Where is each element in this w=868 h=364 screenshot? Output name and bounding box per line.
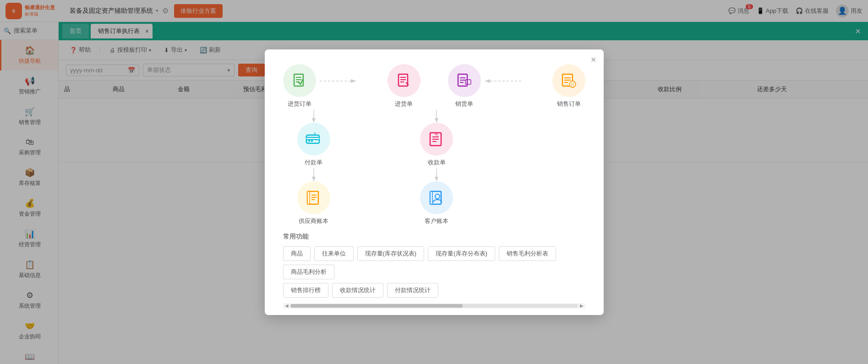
purchase-bill-label: 进货单 bbox=[395, 100, 413, 108]
svg-marker-17 bbox=[485, 79, 490, 83]
payment-circle: ¥ bbox=[297, 123, 330, 156]
func-btn-contacts[interactable]: 往来单位 bbox=[314, 246, 354, 261]
svg-point-34 bbox=[311, 140, 313, 142]
v-arrow-1 bbox=[297, 110, 330, 123]
scrollbar-thumb bbox=[290, 304, 463, 308]
svg-marker-26 bbox=[312, 118, 316, 123]
scrollbar-track[interactable] bbox=[290, 304, 578, 308]
sales-bill-circle bbox=[448, 64, 481, 97]
receipt-label: 收款单 bbox=[428, 158, 446, 167]
flow-node-supplier-book: 供应商账本 bbox=[297, 181, 330, 225]
flow-node-sales-bill: 销货单 bbox=[448, 64, 481, 108]
flow-node-purchase-order: 进货订单 bbox=[283, 64, 316, 108]
v-arrow-3 bbox=[297, 168, 330, 181]
receipt-circle: 收 bbox=[420, 123, 453, 156]
payment-label: 付款单 bbox=[305, 158, 322, 167]
purchase-order-label: 进货订单 bbox=[288, 100, 311, 108]
flow-node-sales-order: 订 销售订单 bbox=[552, 64, 585, 108]
arrow-purchase-to-bill bbox=[320, 78, 384, 84]
modal-close-button[interactable]: × bbox=[591, 55, 596, 64]
customer-book-circle bbox=[420, 181, 453, 214]
svg-text:收: 收 bbox=[435, 132, 438, 136]
svg-text:订: 订 bbox=[570, 82, 574, 87]
func-btn-sales-margin[interactable]: 销售毛利分析表 bbox=[499, 246, 556, 261]
svg-rect-46 bbox=[307, 191, 310, 204]
svg-point-33 bbox=[308, 140, 310, 142]
func-btn-stock-status[interactable]: 现存量(库存状况表) bbox=[357, 246, 425, 261]
flow-node-payment: ¥ 付款单 bbox=[297, 123, 330, 167]
arrow-sales-order-to-bill bbox=[485, 78, 549, 84]
func-buttons-row1: 商品 往来单位 现存量(库存状况表) 现存量(库存分布表) 销售毛利分析表 商品… bbox=[283, 246, 585, 279]
flow-modal: × 进货订单 bbox=[265, 49, 604, 315]
flow-node-customer-book: 客户账本 bbox=[420, 181, 453, 225]
func-buttons-row2: 销售排行榜 收款情况统计 付款情况统计 bbox=[283, 283, 585, 298]
svg-marker-28 bbox=[435, 118, 438, 123]
func-btn-product-margin[interactable]: 商品毛利分析 bbox=[283, 265, 334, 279]
svg-point-52 bbox=[435, 194, 440, 199]
v-arrow-4 bbox=[420, 168, 453, 181]
modal-scrollbar[interactable]: ◀ ▶ bbox=[283, 303, 585, 309]
common-func-title: 常用功能 bbox=[283, 233, 585, 241]
customer-book-label: 客户账本 bbox=[425, 217, 448, 225]
modal-overlay[interactable]: × 进货订单 bbox=[0, 0, 868, 364]
modal-body: 进货订单 进货单 bbox=[265, 49, 604, 315]
svg-marker-42 bbox=[312, 177, 316, 181]
scrollbar-right-arrow[interactable]: ▶ bbox=[580, 303, 584, 308]
func-btn-product[interactable]: 商品 bbox=[283, 246, 311, 261]
purchase-bill-circle bbox=[388, 64, 420, 97]
sales-bill-label: 销货单 bbox=[455, 100, 473, 108]
func-btn-receipt-stats[interactable]: 收款情况统计 bbox=[332, 283, 383, 298]
sales-order-circle: 订 bbox=[552, 64, 585, 97]
svg-text:¥: ¥ bbox=[313, 131, 316, 136]
svg-marker-44 bbox=[435, 177, 438, 181]
func-btn-stock-dist[interactable]: 现存量(库存分布表) bbox=[428, 246, 495, 261]
flow-node-receipt: 收 收款单 bbox=[420, 123, 453, 167]
scrollbar-left-arrow[interactable]: ◀ bbox=[285, 303, 289, 308]
sales-order-label: 销售订单 bbox=[557, 100, 581, 108]
func-btn-sales-ranking[interactable]: 销售排行榜 bbox=[283, 283, 328, 298]
v-arrow-2 bbox=[420, 110, 453, 123]
supplier-book-label: 供应商账本 bbox=[299, 217, 328, 225]
svg-marker-7 bbox=[351, 79, 356, 83]
flow-node-purchase-bill: 进货单 bbox=[388, 64, 420, 108]
supplier-book-circle bbox=[297, 181, 330, 214]
func-btn-payment-stats[interactable]: 付款情况统计 bbox=[387, 283, 438, 298]
purchase-order-circle bbox=[283, 64, 316, 97]
svg-rect-51 bbox=[430, 191, 432, 204]
svg-rect-16 bbox=[465, 80, 471, 84]
